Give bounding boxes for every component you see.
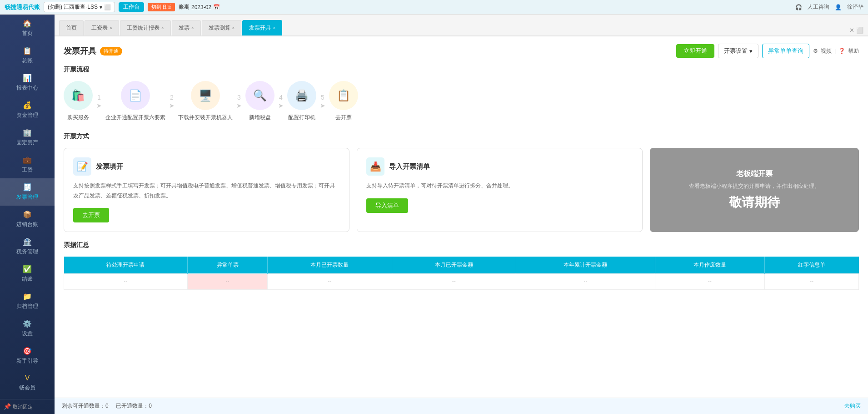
sidebar-item-guide[interactable]: 🎯 新手引导	[0, 342, 55, 369]
sidebar-item-home[interactable]: 🏠 首页	[0, 15, 55, 42]
page-header: 发票开具 待开通 立即开通 开票设置 ▾ 异常单单查询 ⚙ 视频 | ❓	[64, 44, 859, 58]
settings-icon: ⚙️	[23, 319, 32, 328]
old-client-desc: 查看老板端小程序提交的开票申请，并作出相应处理。	[680, 182, 829, 190]
sidebar-item-salary[interactable]: 💼 工资	[0, 151, 55, 178]
coming-soon-text: 敬请期待	[729, 194, 780, 211]
arrow-icon-3: ➤	[236, 102, 242, 109]
flow-step-printer: 🖨️ 配置打印机	[287, 81, 316, 121]
flow-steps: 🛍️ 购买服务 1 ➤ 📄 企业开通配置开票六要素 2 ➤ 🖥️	[64, 81, 859, 121]
reports-icon: 📊	[23, 74, 32, 82]
tab-payroll-stats[interactable]: 工资统计报表 ×	[120, 20, 171, 35]
old-client-overlay: 老板端开票 查看老板端小程序提交的开票申请，并作出相应处理。 敬请期待	[650, 148, 859, 232]
sidebar-bottom[interactable]: 📌 取消固定	[0, 399, 55, 414]
import-title: 导入开票清单	[389, 162, 430, 171]
support-icon: 🎧	[795, 4, 802, 10]
sidebar-label-tax-mgmt: 税务管理	[16, 248, 38, 256]
tab-invoice[interactable]: 发票 ×	[172, 20, 201, 35]
tab-invoice-calc[interactable]: 发票测算 ×	[202, 20, 242, 35]
arrow-icon-5: ➤	[320, 102, 325, 109]
sidebar-item-archive[interactable]: 📁 归档管理	[0, 288, 55, 315]
step-num-5: 5	[321, 94, 324, 101]
sidebar-item-fixed-assets[interactable]: 🏢 固定资产	[0, 124, 55, 151]
help-label[interactable]: 帮助	[848, 47, 859, 55]
import-list-button[interactable]: 导入清单	[366, 198, 408, 213]
tab-restore-icon[interactable]: ⬜	[856, 27, 863, 34]
version-switch-button[interactable]: 切到旧版	[148, 3, 175, 11]
cell-month-count: --	[268, 274, 392, 290]
cell-month-amount: --	[392, 274, 516, 290]
summary-data-row: -- -- -- -- -- -- --	[64, 274, 859, 290]
company-selector[interactable]: (勿删) 江西服查-LSS ▾ ⬜	[44, 2, 115, 12]
buy-service-icon: 🛍️	[64, 81, 93, 110]
top-bar-right: 🎧 人工咨询 👤 徐泽华	[795, 3, 863, 11]
sidebar-item-general-ledger[interactable]: 📋 总账	[0, 42, 55, 69]
top-bar: 畅捷通易代账 (勿删) 江西服查-LSS ▾ ⬜ 工作台 切到旧版 账期 202…	[0, 0, 868, 15]
period-area: 账期 2023-02 📅	[179, 3, 220, 11]
support-text[interactable]: 人工咨询	[808, 3, 829, 11]
sidebar-label-member: 畅会员	[19, 384, 35, 392]
opened-text: 已开通数量：0	[116, 403, 152, 409]
invoice-icon: 🧾	[23, 183, 32, 192]
sidebar-item-tax-mgmt[interactable]: 🏦 税务管理	[0, 233, 55, 260]
settlement-icon: ✅	[23, 265, 32, 273]
tab-right-icons: ✕ ⬜	[849, 27, 863, 35]
sidebar-item-reports[interactable]: 📊 报表中心	[0, 69, 55, 96]
tab-home[interactable]: 首页	[59, 20, 84, 35]
sidebar-item-settlement[interactable]: ✅ 结账	[0, 260, 55, 288]
dropdown-icon: ▾	[100, 4, 102, 10]
tab-invoice-tool-close[interactable]: ×	[273, 25, 275, 30]
remaining-text: 剩余可开通数量：0	[62, 403, 109, 409]
help-icon: ❓	[838, 48, 845, 54]
buy-link[interactable]: 去购买	[844, 402, 861, 410]
sidebar-item-member[interactable]: V 畅会员	[0, 369, 55, 396]
manual-fill-title: 发票填开	[96, 162, 123, 171]
arrow-icon-2: ➤	[169, 102, 175, 109]
abnormal-query-button[interactable]: 异常单单查询	[762, 44, 809, 58]
period-value: 2023-02	[191, 4, 211, 10]
flow-step-buy: 🛍️ 购买服务	[64, 81, 93, 121]
sidebar-label-home: 首页	[22, 30, 33, 37]
arrow-5: 5 ➤	[316, 94, 329, 109]
period-label: 账期	[179, 3, 190, 11]
video-label[interactable]: 视频	[821, 47, 832, 55]
unpin-label: 取消固定	[13, 404, 33, 409]
sidebar-label-funds: 资金管理	[16, 111, 38, 119]
sidebar-label-general-ledger: 总账	[22, 57, 33, 65]
footer-info: 剩余可开通数量：0 已开通数量：0	[62, 402, 152, 410]
arrow-icon-4: ➤	[278, 102, 284, 109]
download-icon: 🖥️	[191, 81, 220, 110]
tab-invoice-close[interactable]: ×	[191, 25, 194, 30]
step-num-2: 2	[170, 94, 174, 101]
tab-payroll[interactable]: 工资表 ×	[85, 20, 119, 35]
col-month-count: 本月已开票数量	[268, 257, 392, 274]
go-open-invoice-button[interactable]: 去开票	[73, 208, 109, 222]
status-badge: 待开通	[100, 47, 122, 56]
tab-payroll-close[interactable]: ×	[110, 25, 112, 30]
sidebar-label-settlement: 结账	[22, 275, 33, 283]
copy-icon: ⬜	[104, 4, 111, 10]
method-card-import: 📥 导入开票清单 支持导入待开票清单，可对待开票清单进行拆分、合并处理。 导入清…	[357, 148, 643, 232]
tab-invoice-tool[interactable]: 发票开具 ×	[242, 20, 282, 35]
tab-invoice-calc-close[interactable]: ×	[232, 25, 235, 30]
archive-icon: 📁	[23, 292, 32, 301]
calendar-icon[interactable]: 📅	[213, 4, 220, 10]
funds-icon: 💰	[23, 101, 32, 110]
flow-section-title: 开票流程	[64, 66, 859, 74]
sidebar-item-settings[interactable]: ⚙️ 设置	[0, 315, 55, 342]
open-settings-button[interactable]: 开票设置 ▾	[718, 44, 758, 58]
method-card-manual: 📝 发票填开 支持按照发票样式手工填写开发票；可开具增值税电子普通发票、增值税普…	[64, 148, 349, 232]
sidebar-item-purchase-sales[interactable]: 📦 进销台账	[0, 206, 55, 233]
tab-payroll-stats-close[interactable]: ×	[161, 25, 164, 30]
sidebar: 🏠 首页 📋 总账 📊 报表中心 💰 资金管理 🏢 固定资产 💼 工资 🧾 发票…	[0, 15, 55, 414]
tab-close-icon[interactable]: ✕	[849, 27, 854, 34]
pin-icon: 📌	[4, 403, 11, 410]
username: 徐泽华	[847, 3, 863, 11]
sidebar-item-funds[interactable]: 💰 资金管理	[0, 96, 55, 124]
workspace-button[interactable]: 工作台	[119, 2, 144, 12]
setup-label: 企业开通配置开票六要素	[105, 114, 165, 121]
content-area: 首页 工资表 × 工资统计报表 × 发票 × 发票测算 × 发票开具 ×	[55, 15, 868, 414]
open-now-button[interactable]: 立即开通	[676, 44, 714, 58]
page-content: 发票开具 待开通 立即开通 开票设置 ▾ 异常单单查询 ⚙ 视频 | ❓	[55, 36, 868, 398]
sidebar-item-invoice-mgmt[interactable]: 🧾 发票管理	[0, 178, 55, 206]
manual-header: 📝 发票填开	[73, 157, 340, 176]
